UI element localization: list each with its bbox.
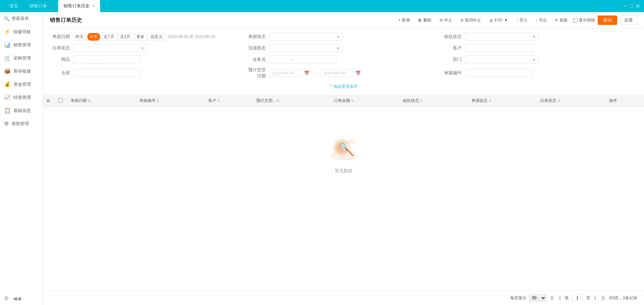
filter-row-4: 仓库 ··· 预计交货日期 yyyy-mm-dd 📅 — yyyy [50, 67, 637, 79]
th-customer[interactable]: 客户 ⇅ [205, 95, 253, 107]
filter-col-customer: 客户 ··· [441, 44, 637, 52]
warehouse-status-select[interactable]: ▼ [73, 44, 147, 52]
empty-svg: 🔍 [327, 134, 360, 164]
sales-icon: 📊 [4, 42, 11, 48]
quick-nav-icon: ⚡ [4, 29, 11, 35]
sort-voucher-date-icon: ⇅ [88, 99, 90, 103]
th-delivery-date[interactable]: 预计交货... ⇅ [253, 95, 331, 107]
voucher-no-input[interactable] [465, 69, 532, 77]
voucher-status-arrow-icon: ▼ [337, 35, 340, 39]
show-detail-checkbox-label[interactable]: 显示明细 [573, 17, 595, 23]
query-button[interactable]: 查询 [598, 15, 617, 25]
filter-col-department: 部门 ▼ [441, 55, 637, 64]
window-close-icon[interactable]: ✕ [636, 3, 640, 9]
sidebar-item-inventory[interactable]: 📦 库存核算 [0, 65, 43, 78]
th-voucher-no[interactable]: 单据编号 ⇅ [136, 95, 205, 107]
complete-status-select[interactable]: ▼ [269, 44, 343, 52]
page-number-input[interactable] [571, 295, 584, 301]
date-today-btn[interactable]: 今天 [87, 33, 100, 41]
tab-home[interactable]: 首页 [4, 0, 24, 12]
per-page-select[interactable]: 10 20 50 100 [529, 294, 546, 302]
customer-input[interactable]: ··· [465, 44, 532, 52]
next-btn[interactable]: ⟩ [593, 295, 597, 301]
set-button[interactable]: 设置 [620, 15, 637, 25]
date-separator: — [313, 71, 318, 76]
select-all-checkbox[interactable] [58, 98, 63, 103]
warehouse-input[interactable]: ··· [73, 69, 140, 77]
system-icon: ⚙ [4, 120, 9, 127]
filter-row-2: 出库状态 ▼ 完成状态 ▼ 客户 [50, 44, 637, 52]
import-button[interactable]: ↓ 导入 [513, 16, 530, 25]
department-select[interactable]: ▼ [465, 55, 539, 64]
warehouse-dots-icon[interactable]: ··· [95, 71, 98, 75]
sidebar-item-quick-nav[interactable]: ⚡ 快捷导航 [0, 25, 43, 38]
window-maximize-icon[interactable]: □ [630, 3, 633, 9]
delete-button[interactable]: 🗑 删除 [415, 16, 434, 25]
sidebar-item-basic-info[interactable]: 📋 基础信息 [0, 104, 43, 117]
stop-icon: ⊘ [439, 18, 443, 23]
date-yesterday-btn[interactable]: 昨天 [73, 33, 86, 41]
calendar-start-icon[interactable]: 📅 [304, 71, 309, 76]
add-button[interactable]: + 新增 [396, 16, 413, 25]
voucher-no-label: 单据编号 [441, 70, 465, 76]
salesperson-dots-icon[interactable]: ··· [291, 57, 294, 62]
filter-col-date: 单据日期 昨天 今天 近7天 近1月 更多 自定义 2023-06-02 至 2… [50, 33, 246, 41]
tab-sales-order[interactable]: 销售订单 ✕ [24, 0, 57, 12]
cancel-stop-button[interactable]: ⊘ 取消中止 [458, 16, 484, 25]
delivery-date-end-placeholder: yyyy-mm-dd [324, 71, 345, 75]
customer-dots-icon[interactable]: ··· [486, 46, 490, 50]
search-icon: 🔍 [4, 16, 9, 21]
collapse-more-btn[interactable]: ⌃ 收起更多条件 [50, 82, 637, 91]
sort-receipt-status-icon: ⇅ [420, 99, 423, 103]
receipt-status-select[interactable]: ▼ [465, 33, 539, 41]
close-tab-sales-order-history-icon[interactable]: ✕ [92, 4, 95, 8]
delivery-date-start-placeholder: yyyy-mm-dd [272, 71, 294, 75]
th-settings[interactable]: ⚙ [43, 95, 55, 107]
tab-sales-order-history[interactable]: 销售订单历史 ✕ [58, 0, 100, 12]
print-button[interactable]: 🖨 打印 ▼ [486, 16, 511, 25]
page-label: 第 [565, 295, 569, 301]
delivery-date-end-input[interactable]: yyyy-mm-dd [320, 69, 354, 77]
th-order-amount[interactable]: 订单金额 ⇅ [331, 95, 399, 107]
salesperson-input[interactable]: ··· [269, 55, 336, 64]
show-detail-checkbox[interactable] [573, 18, 577, 23]
sidebar-search[interactable]: 🔍 搜索菜单 [0, 12, 43, 25]
voucher-status-select[interactable]: ▼ [269, 33, 343, 41]
date-custom-btn[interactable]: 自定义 [148, 33, 165, 41]
prev-btn[interactable]: ⟨ [558, 295, 562, 301]
close-tab-sales-order-icon[interactable]: ✕ [49, 4, 52, 8]
date-7days-btn[interactable]: 近7天 [101, 33, 117, 41]
sidebar-item-sales[interactable]: 📊 销售管理 [0, 38, 43, 51]
stop-button[interactable]: ⊘ 中止 [437, 16, 455, 25]
next-last-btn[interactable]: ⟩⟩ [600, 295, 606, 301]
complete-status-label: 完成状态 [246, 45, 269, 51]
export-button[interactable]: ↑ 导出 [533, 16, 550, 25]
sidebar-item-system[interactable]: ⚙ 系统管理 [0, 117, 43, 130]
content-area: 销售订单历史 + 新增 🗑 删除 ⊘ 中止 ⊘ 取消中止 🖨 打印 [43, 12, 644, 305]
sidebar-item-purchase[interactable]: 🛒 采购管理 [0, 51, 43, 65]
th-checkbox[interactable] [55, 95, 67, 107]
refresh-button[interactable]: ↻ 刷新 [552, 16, 570, 25]
delivery-date-start-input[interactable]: yyyy-mm-dd [269, 69, 303, 77]
sort-warehouse-status-icon: ⇅ [558, 99, 560, 103]
settings-icon[interactable]: ⚙ [4, 295, 9, 302]
receipt-status-label: 收款状态 [441, 34, 465, 40]
sidebar-item-operations[interactable]: 📈 经营管理 [0, 91, 43, 104]
sidebar-item-finance[interactable]: 💰 资金管理 [0, 78, 43, 91]
date-more-btn[interactable]: 更多 [134, 33, 147, 41]
window-minimize-icon[interactable]: ─ [623, 3, 627, 9]
th-receipt-status[interactable]: 收款状态 ⇅ [399, 95, 468, 107]
prev-first-btn[interactable]: ⟨⟨ [549, 295, 555, 301]
th-warehouse-status[interactable]: 出库状态 ⇅ [537, 95, 606, 107]
th-voucher-date[interactable]: 单据日期 ⇅ [67, 95, 136, 107]
product-input[interactable]: ··· [73, 55, 140, 64]
product-dots-icon[interactable]: ··· [95, 57, 98, 62]
sort-order-amount-icon: ⇅ [351, 99, 354, 103]
inventory-icon: 📦 [4, 68, 11, 74]
table-body: 🔍 暂无数据 [43, 107, 644, 201]
calendar-end-icon[interactable]: 📅 [355, 71, 361, 76]
table-area: ⚙ 单据日期 ⇅ 单据编号 ⇅ 客户 ⇅ [43, 95, 644, 291]
collapse-sidebar-icon[interactable]: ◀◀ [13, 295, 21, 302]
date-1month-btn[interactable]: 近1月 [118, 33, 133, 41]
th-voucher-status[interactable]: 单据状态 ⇅ [468, 95, 537, 107]
